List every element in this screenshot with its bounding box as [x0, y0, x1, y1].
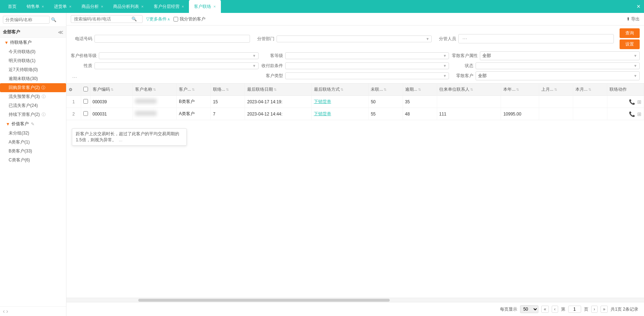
retail-attr-field: 零散客户属性 全部 ▼	[452, 51, 640, 60]
sidebar-item-tomorrow[interactable]: 明天待联络(1)	[0, 56, 66, 65]
select-all-checkbox[interactable]	[83, 87, 88, 91]
row-2-overdue: 48	[403, 108, 437, 120]
customer-type-field: 客户类型 ▼	[261, 72, 449, 79]
sidebar-prev-arrow[interactable]: ‹	[3, 308, 5, 315]
row-1-last-month	[539, 96, 573, 108]
customer-type-select[interactable]: ▼	[285, 72, 449, 79]
status-select[interactable]: ▼	[476, 62, 640, 69]
nav-sales[interactable]: 销售单 ×	[22, 0, 49, 13]
sidebar-item-lost-preview[interactable]: 流失预警客户(3) ⓘ	[0, 92, 66, 101]
more-btn[interactable]: ...	[71, 73, 78, 79]
nav-home[interactable]: 首页	[3, 0, 22, 13]
th-code: 客户编码⇅	[90, 84, 133, 96]
th-this-year: 本年...⇅	[501, 84, 539, 96]
export-button[interactable]: ⬆ 导出	[626, 16, 640, 22]
nav-analysis[interactable]: 商品分析 ×	[77, 0, 108, 13]
th-not-contacted: 未联...⇅	[369, 84, 403, 96]
manager-more-icon[interactable]: ···	[461, 36, 468, 42]
query-button[interactable]: 查询	[620, 28, 640, 38]
customer-grade-field: 客等级 ▼	[261, 52, 449, 59]
sidebar-item-overdue[interactable]: 逾期未联络(30)	[0, 74, 66, 83]
close-sales-tab[interactable]: ×	[42, 4, 44, 9]
retail-customer-select[interactable]: 全部 ▼	[476, 71, 640, 80]
row-2-name	[133, 108, 177, 120]
my-customers-input[interactable]	[173, 17, 178, 22]
more-conditions-btn[interactable]: ▽ 更多条件 ∧	[146, 16, 170, 22]
phone-label: 电话号码	[71, 36, 92, 42]
row-2-last-method[interactable]: 下销货单	[311, 108, 369, 120]
first-page-btn[interactable]: «	[541, 306, 549, 313]
main-search-input[interactable]	[74, 16, 131, 22]
row-2-checkbox[interactable]	[81, 108, 90, 120]
page-input[interactable]	[568, 306, 581, 313]
scrollbar-thumb[interactable]	[138, 299, 390, 302]
retail-attr-select[interactable]: 全部 ▼	[480, 51, 640, 60]
customers-table: ⚙ 客户编码⇅ 客户名称⇅ 客户...⇅ 联络...⇅ 最后联络日期⇅ 最后联络…	[66, 84, 644, 120]
row-1-checkbox[interactable]	[81, 96, 90, 108]
row-1-last-method[interactable]: 下销货单	[311, 96, 369, 108]
th-last-date: 最后联络日期⇅	[245, 84, 311, 96]
more-conditions-label: 更多条件	[149, 16, 167, 22]
close-purchase-tab[interactable]: ×	[69, 4, 71, 9]
export-label: 导出	[631, 16, 640, 22]
row-2-phone-icon[interactable]: 📞	[629, 111, 635, 117]
row-1-more-icon[interactable]: ⊞	[637, 99, 641, 105]
main-search-icon[interactable]: 🔍	[131, 16, 137, 22]
row-1-phone-icon[interactable]: 📞	[629, 99, 635, 105]
phone-field: 电话号码	[71, 35, 250, 43]
sidebar-item-already-lost[interactable]: 已流失客户(24)	[0, 101, 66, 110]
row-2-more-icon[interactable]: ⊞	[637, 111, 641, 117]
nav-analysis-list[interactable]: 商品分析列表 ×	[108, 0, 148, 13]
row-1-this-month	[573, 96, 607, 108]
close-analysis-list-tab[interactable]: ×	[141, 4, 143, 9]
sidebar-search-input[interactable]	[3, 16, 50, 24]
close-layers-tab[interactable]: ×	[182, 4, 184, 9]
th-contact-person: 往来单位联系人⇅	[437, 84, 501, 96]
close-contact-tab[interactable]: ×	[213, 4, 216, 9]
nav-customer-contact[interactable]: 客户联络 ×	[189, 0, 221, 13]
dept-select[interactable]: ▼	[277, 36, 432, 42]
manager-select[interactable]: ···	[458, 34, 614, 43]
sidebar-collapse-icon[interactable]: ≪	[58, 29, 63, 35]
export-icon: ⬆	[626, 16, 630, 22]
next-page-btn[interactable]: ›	[591, 306, 598, 313]
nav-purchase[interactable]: 进货单 ×	[49, 0, 76, 13]
sidebar-item-a-class[interactable]: A类客户(1)	[0, 138, 66, 147]
th-checkbox[interactable]	[81, 84, 90, 96]
price-grade-select[interactable]: ▼	[99, 52, 259, 59]
total-label: 共1页 2条记录	[611, 306, 638, 312]
waiting-contact-label: 待联络客户	[10, 39, 32, 46]
th-type: 客户...⇅	[176, 84, 210, 96]
close-analysis-tab[interactable]: ×	[101, 4, 103, 9]
value-customer-edit-icon[interactable]: ✎	[31, 122, 34, 127]
waiting-contact-group[interactable]: ▼ 待联络客户	[0, 38, 66, 47]
phone-input[interactable]	[94, 35, 250, 43]
last-page-btn[interactable]: »	[601, 306, 608, 313]
payment-select[interactable]: ▼	[285, 62, 449, 69]
sidebar-item-7days[interactable]: 近7天待联络(0)	[0, 65, 66, 74]
sidebar-item-c-class[interactable]: C类客户(6)	[0, 156, 66, 165]
sidebar-item-drop[interactable]: 持续下滑客户(2) ⓘ	[0, 110, 66, 119]
sidebar-item-ungroup[interactable]: 未分组(32)	[0, 129, 66, 138]
global-close-button[interactable]: ×	[636, 3, 640, 10]
gender-field: 性质 ▼	[71, 62, 259, 69]
gender-select[interactable]: ▼	[94, 62, 259, 69]
sidebar-item-b-class[interactable]: B类客户(33)	[0, 147, 66, 156]
th-settings[interactable]: ⚙	[66, 84, 81, 96]
sidebar-item-repurchase-abnormal[interactable]: 回购异常客户(2) ⓘ	[0, 83, 66, 92]
main-search-box: 🔍	[71, 15, 143, 23]
horizontal-scrollbar[interactable]	[66, 298, 644, 302]
sidebar-item-today[interactable]: 今天待联络(0)	[0, 47, 66, 56]
page-size-select[interactable]: 50 100 200	[520, 305, 538, 313]
row-1-contact-person	[437, 96, 501, 108]
sidebar-next-arrow[interactable]: ›	[6, 308, 8, 315]
customer-type-label: 客户类型	[261, 73, 283, 79]
value-customer-group[interactable]: ▼ 价值客户 ✎	[0, 119, 66, 129]
prev-page-btn[interactable]: ‹	[552, 306, 558, 313]
my-customers-checkbox[interactable]: 我分管的客户	[173, 16, 205, 22]
sidebar-search-icon[interactable]: 🔍	[51, 17, 56, 22]
customer-grade-select[interactable]: ▼	[285, 52, 449, 59]
all-customers-header: 全部客户 ≪	[0, 27, 66, 38]
nav-customer-layers[interactable]: 客户分层经营 ×	[149, 0, 189, 13]
settings-button[interactable]: 设置	[620, 39, 640, 49]
